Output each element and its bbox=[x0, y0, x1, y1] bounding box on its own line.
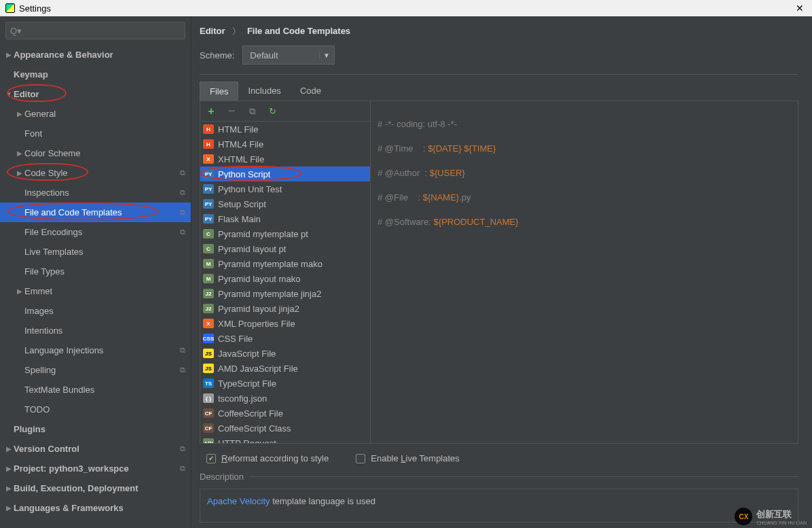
tree-label: File and Code Templates bbox=[24, 207, 122, 217]
apache-velocity-link[interactable]: Apache Velocity bbox=[207, 496, 270, 506]
template-pyramid-layout-jinja2[interactable]: J2Pyramid layout jinja2 bbox=[200, 301, 370, 316]
template-label: HTML File bbox=[218, 124, 258, 135]
template-pyramid-mytemplate-pt[interactable]: CPyramid mytemplate pt bbox=[200, 226, 370, 241]
template-setup-script[interactable]: PYSetup Script bbox=[200, 196, 370, 211]
reformat-checkbox[interactable]: ✔ Reformat according to style bbox=[206, 453, 329, 463]
watermark: CX 创新互联 CHUANG XIN HU LIAN bbox=[735, 508, 807, 525]
sidebar-item-code-style[interactable]: ▶Code Style⧉ bbox=[0, 163, 191, 183]
template-label: Pyramid layout mako bbox=[218, 274, 300, 284]
template-label: Pyramid mytemplate pt bbox=[218, 229, 308, 239]
template-coffeescript-class[interactable]: CFCoffeeScript Class bbox=[200, 421, 370, 436]
template-pyramid-layout-pt[interactable]: CPyramid layout pt bbox=[200, 241, 370, 256]
file-type-icon: CF bbox=[203, 423, 214, 433]
tree-label: File Encodings bbox=[24, 227, 82, 237]
file-type-icon: M bbox=[203, 259, 214, 268]
remove-icon[interactable]: − bbox=[226, 106, 237, 117]
template-pyramid-mytemplate-jinja2[interactable]: J2Pyramid mytemplate jinja2 bbox=[200, 286, 370, 301]
breadcrumb-editor[interactable]: Editor bbox=[200, 26, 225, 36]
scheme-select[interactable]: Default ▼ bbox=[242, 46, 334, 65]
sidebar-item-version-control[interactable]: ▶Version Control⧉ bbox=[0, 439, 191, 459]
template-coffeescript-file[interactable]: CFCoffeeScript File bbox=[200, 406, 370, 421]
tab-code[interactable]: Code bbox=[291, 82, 331, 101]
template-tsconfig-json[interactable]: { }tsconfig.json bbox=[200, 391, 370, 406]
file-type-icon: CSS bbox=[203, 334, 214, 343]
search-input[interactable] bbox=[5, 22, 185, 39]
checkbox-empty-icon bbox=[356, 454, 365, 463]
sidebar-item-emmet[interactable]: ▶Emmet bbox=[0, 281, 191, 301]
tree-label: Plugins bbox=[14, 424, 45, 434]
template-amd-javascript-file[interactable]: JSAMD JavaScript File bbox=[200, 361, 370, 376]
copy-icon[interactable]: ⧉ bbox=[246, 106, 257, 117]
watermark-logo: CX bbox=[735, 508, 752, 525]
breadcrumb: Editor 〉 File and Code Templates bbox=[200, 24, 798, 46]
sidebar-item-languages-frameworks[interactable]: ▶Languages & Frameworks bbox=[0, 498, 191, 518]
sidebar-item-textmate-bundles[interactable]: TextMate Bundles bbox=[0, 380, 191, 400]
sidebar-item-file-types[interactable]: File Types bbox=[0, 262, 191, 281]
template-html-file[interactable]: HHTML File bbox=[200, 122, 370, 137]
sidebar-item-color-scheme[interactable]: ▶Color Scheme bbox=[0, 143, 191, 163]
sidebar-item-general[interactable]: ▶General bbox=[0, 104, 191, 124]
sidebar-item-live-templates[interactable]: Live Templates bbox=[0, 242, 191, 262]
tree-label: Version Control bbox=[14, 444, 79, 454]
tree-arrow-icon: ▶ bbox=[15, 149, 24, 157]
sidebar-item-editor[interactable]: ▼Editor bbox=[0, 84, 191, 104]
template-xhtml-file[interactable]: XXHTML File bbox=[200, 152, 370, 166]
tree-label: Emmet bbox=[24, 286, 52, 296]
sidebar-item-project-python3-workspce[interactable]: ▶Project: python3_workspce⧉ bbox=[0, 459, 191, 478]
tree-label: Appearance & Behavior bbox=[14, 50, 113, 60]
check-icon: ✔ bbox=[206, 454, 216, 463]
sidebar-item-build-execution-deployment[interactable]: ▶Build, Execution, Deployment bbox=[0, 478, 191, 498]
sidebar-item-file-encodings[interactable]: File Encodings⧉ bbox=[0, 222, 191, 242]
sidebar-item-file-and-code-templates[interactable]: File and Code Templates⧉ bbox=[0, 203, 191, 222]
live-templates-checkbox[interactable]: Enable Live Templates bbox=[356, 453, 460, 463]
template-pyramid-layout-mako[interactable]: MPyramid layout mako bbox=[200, 271, 370, 286]
sidebar-item-spelling[interactable]: Spelling⧉ bbox=[0, 360, 191, 380]
template-list[interactable]: HHTML FileHHTML4 FileXXHTML FilePYPython… bbox=[200, 122, 370, 443]
tab-includes[interactable]: Includes bbox=[238, 82, 290, 101]
settings-tree[interactable]: ▶Appearance & BehaviorKeymap▼Editor▶Gene… bbox=[0, 45, 191, 528]
file-type-icon: { } bbox=[203, 393, 214, 403]
sidebar-item-font[interactable]: Font bbox=[0, 124, 191, 143]
settings-sidebar: ▶Appearance & BehaviorKeymap▼Editor▶Gene… bbox=[0, 16, 191, 528]
template-html4-file[interactable]: HHTML4 File bbox=[200, 137, 370, 152]
sidebar-item-intentions[interactable]: Intentions bbox=[0, 321, 191, 340]
template-label: XHTML File bbox=[218, 154, 264, 164]
template-label: Python Unit Test bbox=[218, 184, 282, 194]
sidebar-item-language-injections[interactable]: Language Injections⧉ bbox=[0, 340, 191, 360]
file-type-icon: CF bbox=[203, 408, 214, 418]
template-http-request[interactable]: APIHTTP Request bbox=[200, 436, 370, 443]
close-icon[interactable]: ✕ bbox=[793, 3, 807, 14]
tab-files[interactable]: Files bbox=[200, 82, 238, 101]
tree-label: Code Style bbox=[24, 168, 68, 178]
template-pyramid-mytemplate-mako[interactable]: MPyramid mytemplate mako bbox=[200, 256, 370, 271]
template-typescript-file[interactable]: TSTypeScript File bbox=[200, 376, 370, 391]
sidebar-item-todo[interactable]: TODO bbox=[0, 400, 191, 419]
template-css-file[interactable]: CSSCSS File bbox=[200, 331, 370, 346]
template-list-panel: + − ⧉ ↻ HHTML FileHHTML4 FileXXHTML File… bbox=[200, 101, 371, 444]
chevron-down-icon[interactable]: ▼ bbox=[319, 52, 334, 59]
template-python-script[interactable]: PYPython Script bbox=[200, 166, 370, 181]
sidebar-item-keymap[interactable]: Keymap bbox=[0, 65, 191, 84]
template-flask-main[interactable]: PYFlask Main bbox=[200, 211, 370, 226]
sidebar-item-appearance-behavior[interactable]: ▶Appearance & Behavior bbox=[0, 45, 191, 65]
template-label: Pyramid layout pt bbox=[218, 244, 286, 254]
tree-arrow-icon: ▶ bbox=[4, 504, 14, 512]
sidebar-item-plugins[interactable]: Plugins bbox=[0, 419, 191, 439]
template-editor[interactable]: # -*- coding: utf-8 -*- # @Time : ${DATE… bbox=[371, 101, 798, 443]
sidebar-item-inspections[interactable]: Inspections⧉ bbox=[0, 183, 191, 203]
tree-arrow-icon: ▶ bbox=[4, 51, 14, 58]
template-label: Pyramid layout jinja2 bbox=[218, 304, 299, 314]
chevron-right-icon: 〉 bbox=[232, 27, 240, 36]
app-icon bbox=[5, 3, 15, 13]
template-python-unit-test[interactable]: PYPython Unit Test bbox=[200, 181, 370, 196]
refresh-icon[interactable]: ↻ bbox=[267, 106, 278, 117]
tree-label: Languages & Frameworks bbox=[14, 503, 124, 513]
template-javascript-file[interactable]: JSJavaScript File bbox=[200, 346, 370, 361]
add-icon[interactable]: + bbox=[206, 106, 217, 117]
sidebar-item-images[interactable]: Images bbox=[0, 301, 191, 321]
template-label: Setup Script bbox=[218, 199, 266, 209]
tree-label: Font bbox=[24, 128, 42, 139]
project-badge-icon: ⧉ bbox=[180, 228, 185, 236]
template-xml-properties-file[interactable]: XXML Properties File bbox=[200, 316, 370, 331]
tree-label: File Types bbox=[24, 266, 64, 277]
